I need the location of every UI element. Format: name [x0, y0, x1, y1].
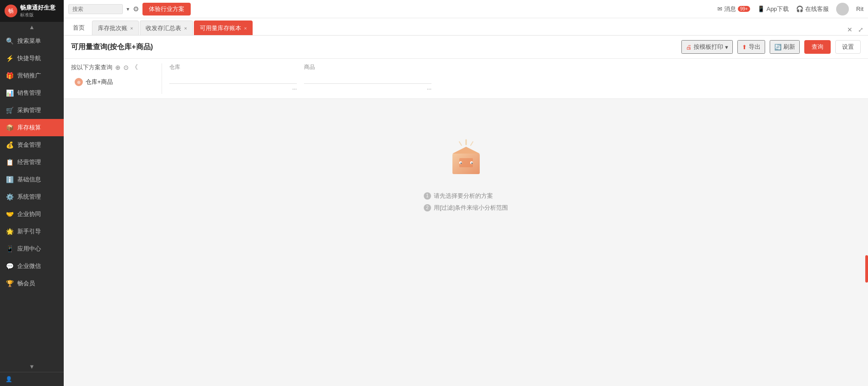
- brand-icon: 畅: [5, 5, 17, 17]
- sidebar-item-search[interactable]: 🔍 搜索菜单: [0, 32, 64, 50]
- tab-close-available-inventory[interactable]: ×: [244, 26, 247, 31]
- sidebar-item-purchase-mgmt[interactable]: 🛒 采购管理: [0, 102, 64, 119]
- export-btn[interactable]: ⬆ 导出: [737, 40, 765, 54]
- filter-fields: 仓库 ··· 商品 ···: [169, 63, 861, 94]
- filter-product-input[interactable]: [304, 73, 431, 84]
- sidebar-item-basic-info[interactable]: ℹ️ 基础信息: [0, 171, 64, 188]
- app-download-label: App下载: [766, 5, 789, 13]
- online-service-btn[interactable]: 🎧 在线客服: [796, 5, 829, 13]
- sidebar-item-shortcut[interactable]: ⚡ 快捷导航: [0, 50, 64, 67]
- sidebar-icon-ops-mgmt: 📋: [5, 159, 14, 166]
- message-btn[interactable]: ✉ 消息 99+: [717, 5, 750, 13]
- brand-text: 畅康通好生意 标准版: [20, 4, 56, 18]
- avatar[interactable]: [836, 3, 849, 15]
- tab-available-inventory[interactable]: 可用量库存账本 ×: [194, 21, 253, 35]
- sidebar-menu: 🔍 搜索菜单 ⚡ 快捷导航 🎁 营销推广 📊 销售管理 🛒 采购管理 📦 库存核…: [0, 32, 64, 361]
- sidebar-label-purchase-mgmt: 采购管理: [17, 106, 41, 114]
- sidebar-header: 畅 畅康通好生意 标准版: [0, 0, 64, 22]
- sidebar-label-funds-mgmt: 资金管理: [17, 141, 41, 149]
- brand-sub: 标准版: [20, 12, 56, 18]
- message-icon: ✉: [717, 5, 722, 12]
- print-dropdown-icon[interactable]: ▾: [725, 44, 728, 51]
- sidebar-label-new-guide: 新手引导: [17, 227, 41, 236]
- refresh-label: 刷新: [783, 43, 795, 51]
- sidebar-item-sys-mgmt[interactable]: ⚙️ 系统管理: [0, 188, 64, 206]
- tab-label-available-inventory: 可用量库存账本: [200, 24, 241, 32]
- sidebar-label-marketing-promo: 营销推广: [17, 72, 41, 80]
- tip-text-2: 用[过滤]条件来缩小分析范围: [434, 202, 508, 214]
- scheme-item-label: 仓库+商品: [86, 78, 113, 86]
- filter-product-label: 商品: [304, 63, 431, 71]
- add-scheme-icon[interactable]: ⊕: [115, 64, 121, 71]
- topbar-dropdown[interactable]: ▾: [127, 6, 129, 12]
- sidebar-icon-member: 🏆: [5, 280, 14, 287]
- tab-expand-btn[interactable]: ⤢: [856, 25, 865, 34]
- tip-text-1: 请先选择要分析的方案: [434, 190, 493, 202]
- app-download-btn[interactable]: 📱 App下载: [757, 5, 789, 13]
- sidebar-icon-purchase-mgmt: 🛒: [5, 107, 14, 114]
- trial-btn[interactable]: 体验行业方案: [142, 3, 191, 15]
- sidebar-label-search: 搜索菜单: [17, 37, 41, 45]
- page-actions: 🖨 按模板打印 ▾ ⬆ 导出 🔄 刷新 查询 设置: [681, 40, 861, 54]
- filter-warehouse-more[interactable]: ···: [292, 86, 297, 94]
- filter-warehouse-label: 仓库: [169, 63, 297, 71]
- sidebar-item-inventory-calc[interactable]: 📦 库存核算: [0, 119, 64, 136]
- sidebar-icon-sys-mgmt: ⚙️: [5, 193, 14, 201]
- settings-btn[interactable]: 设置: [835, 40, 861, 54]
- sidebar-item-ops-mgmt[interactable]: 📋 经营管理: [0, 154, 64, 171]
- svg-line-9: [459, 142, 462, 145]
- scheme-item-warehouse-product[interactable]: ⊕ 仓库+商品: [71, 75, 154, 89]
- main-area: ▾ ⚙ 体验行业方案 ✉ 消息 99+ 📱 App下载 🎧 在线客服 Rit 首…: [64, 0, 868, 386]
- tip-item-1: 1 请先选择要分析的方案: [424, 190, 508, 202]
- sidebar-icon-sales-mgmt: 📊: [5, 89, 14, 97]
- query-btn[interactable]: 查询: [804, 40, 831, 54]
- filter-warehouse-input[interactable]: [169, 73, 297, 84]
- username: Rit: [856, 5, 863, 12]
- tab-collect-inventory[interactable]: 收发存汇总表 ×: [140, 21, 193, 35]
- search-input[interactable]: [68, 4, 123, 14]
- sidebar-item-marketing-promo[interactable]: 🎁 营销推广: [0, 67, 64, 84]
- sidebar-item-app-center[interactable]: 📱 应用中心: [0, 240, 64, 257]
- print-btn[interactable]: 🖨 按模板打印 ▾: [681, 40, 733, 54]
- sidebar-label-enterprise-wechat: 企业微信: [17, 262, 41, 270]
- refresh-btn[interactable]: 🔄 刷新: [770, 40, 800, 54]
- tab-close-btn[interactable]: ✕: [845, 25, 854, 34]
- sidebar-scroll-up[interactable]: ▲: [0, 22, 64, 32]
- sidebar-item-funds-mgmt[interactable]: 💰 资金管理: [0, 136, 64, 154]
- sidebar-label-shortcut: 快捷导航: [17, 54, 41, 62]
- tab-inventory-batch[interactable]: 库存批次账 ×: [92, 21, 139, 35]
- sidebar-label-sys-mgmt: 系统管理: [17, 193, 41, 201]
- tabs-actions: ✕ ⤢: [845, 25, 865, 35]
- sidebar-label-basic-info: 基础信息: [17, 175, 41, 184]
- sidebar-icon-app-center: 📱: [5, 245, 14, 252]
- export-icon: ⬆: [742, 44, 747, 51]
- sidebar-scroll-down[interactable]: ▼: [0, 361, 64, 372]
- print-label: 按模板打印: [694, 43, 723, 51]
- filter-scheme-label: 按以下方案查询: [71, 63, 112, 72]
- sidebar-footer[interactable]: 👤: [0, 372, 64, 386]
- sidebar-icon-funds-mgmt: 💰: [5, 141, 14, 149]
- tab-close-inventory-batch[interactable]: ×: [130, 26, 133, 31]
- sidebar-item-enterprise-wechat[interactable]: 💬 企业微信: [0, 257, 64, 275]
- sidebar-label-sales-mgmt: 销售管理: [17, 89, 41, 97]
- topbar-gear-icon[interactable]: ⚙: [133, 5, 139, 13]
- sidebar-label-enterprise-collab: 企业协同: [17, 210, 41, 218]
- collapse-icon[interactable]: 《: [132, 63, 138, 72]
- svg-point-6: [471, 163, 472, 164]
- sidebar-icon-new-guide: 🌟: [5, 228, 14, 235]
- sidebar-item-sales-mgmt[interactable]: 📊 销售管理: [0, 84, 64, 102]
- svg-line-8: [471, 142, 473, 145]
- tab-home[interactable]: 首页: [66, 21, 91, 35]
- content-area: 可用量查询(按仓库+商品) 🖨 按模板打印 ▾ ⬆ 导出 🔄 刷新 查询 设置: [64, 36, 868, 386]
- tab-close-collect-inventory[interactable]: ×: [184, 26, 187, 31]
- page-header: 可用量查询(按仓库+商品) 🖨 按模板打印 ▾ ⬆ 导出 🔄 刷新 查询 设置: [64, 36, 868, 59]
- filter-product-more[interactable]: ···: [427, 86, 431, 94]
- filter-warehouse-group: 仓库 ···: [169, 63, 297, 94]
- sidebar-icon-inventory-calc: 📦: [5, 124, 14, 131]
- settings-scheme-icon[interactable]: ⊙: [123, 64, 129, 71]
- sidebar-label-member: 畅会员: [17, 279, 35, 288]
- sidebar-item-enterprise-collab[interactable]: 🤝 企业协同: [0, 206, 64, 223]
- sidebar-item-new-guide[interactable]: 🌟 新手引导: [0, 223, 64, 240]
- sidebar-item-member[interactable]: 🏆 畅会员: [0, 275, 64, 292]
- empty-state: 1 请先选择要分析的方案 2 用[过滤]条件来缩小分析范围: [64, 99, 868, 250]
